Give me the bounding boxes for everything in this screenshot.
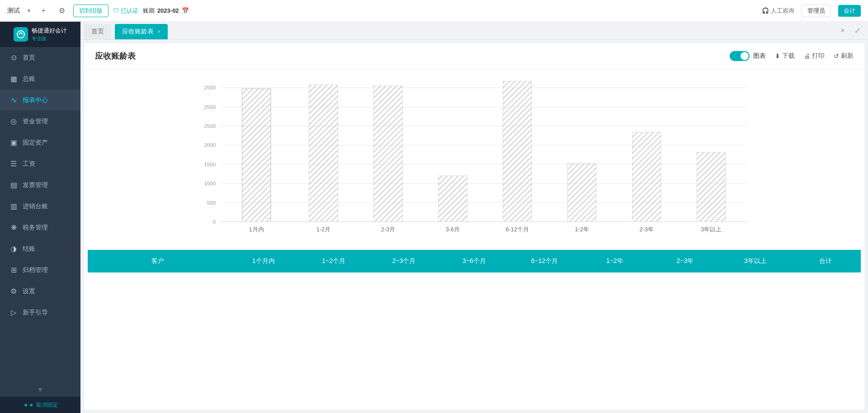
nav-icon: ▥ — [9, 202, 18, 211]
report-container: 应收账龄表 图表 ⬇ 下载 🖨 打印 — [84, 43, 864, 409]
nav-icon: ▷ — [9, 308, 18, 317]
chart-area: 2500 2500 2500 2000 1500 1000 500 0 — [84, 69, 864, 250]
svg-rect-20 — [309, 85, 338, 222]
th-2: 1~2个月 — [298, 250, 368, 272]
manager-btn[interactable]: 管理员 — [802, 5, 831, 17]
sidebar-item-label: 报表中心 — [23, 96, 48, 104]
svg-text:3年以上: 3年以上 — [701, 226, 722, 233]
svg-text:2500: 2500 — [204, 123, 216, 129]
sidebar-item-label: 资金管理 — [23, 117, 48, 126]
logo-text-block: 畅捷通好会计 专业版 — [32, 27, 67, 42]
sidebar-item-label: 新手引导 — [23, 309, 48, 317]
svg-text:1000: 1000 — [204, 180, 216, 186]
expand-tab-btn[interactable]: ⤢ — [852, 25, 863, 36]
svg-text:1月内: 1月内 — [249, 226, 264, 233]
service-btn[interactable]: 🎧 人工咨询 — [762, 7, 794, 15]
table-area: 客户1个月内1~2个月2~3个月3~6个月6~12个月1~2年2~3年3年以上合… — [88, 250, 861, 272]
chart-label: 图表 — [753, 52, 766, 60]
svg-text:3-6月: 3-6月 — [446, 226, 460, 233]
calendar-icon[interactable]: 📅 — [182, 7, 189, 14]
sidebar-item-label: 设置 — [23, 287, 35, 296]
svg-text:500: 500 — [207, 200, 216, 206]
print-btn[interactable]: 🖨 打印 — [804, 52, 825, 60]
header-right: 🎧 人工咨询 管理员 会计 — [762, 5, 861, 17]
cancel-fixed-btn[interactable]: ◄◄ 取消固定 — [0, 397, 80, 413]
scroll-down-indicator[interactable]: ▼ — [0, 383, 80, 397]
nav-icon: ▦ — [9, 75, 18, 83]
svg-rect-25 — [632, 132, 661, 222]
tab-close-icon[interactable]: × — [157, 28, 160, 35]
th-0: 客户 — [88, 250, 228, 272]
svg-rect-23 — [503, 81, 532, 221]
nav-icon: ◑ — [9, 244, 18, 253]
th-7: 2~3年 — [650, 250, 720, 272]
nav-icon: ☰ — [9, 160, 18, 168]
th-8: 3年以上 — [720, 250, 790, 272]
settings-icon[interactable]: ⚙ — [55, 5, 69, 17]
svg-rect-19 — [242, 89, 271, 221]
company-dropdown-icon[interactable]: ▼ — [26, 8, 32, 14]
svg-text:2500: 2500 — [204, 104, 216, 110]
svg-text:1-2年: 1-2年 — [575, 226, 589, 233]
svg-text:2000: 2000 — [204, 142, 216, 148]
tab-home[interactable]: 首页 — [84, 24, 111, 39]
sidebar-item-进销台账[interactable]: ▥ 进销台账 — [0, 196, 80, 217]
svg-text:1-2月: 1-2月 — [316, 226, 330, 233]
main-container: 畅捷通好会计 专业版 ⊙ 首页 ▦ 总账 ∿ 报表中心 ◎ 资金管理 ▣ 固定资… — [0, 22, 868, 413]
chart-toggle[interactable] — [730, 51, 750, 61]
th-1: 1个月内 — [228, 250, 298, 272]
switch-old-btn[interactable]: 切到旧版 — [73, 5, 108, 17]
svg-rect-22 — [439, 176, 467, 222]
table-header: 客户1个月内1~2个月2~3个月3~6个月6~12个月1~2年2~3年3年以上合… — [88, 250, 861, 272]
period-info: 账期 2023-02 📅 — [143, 7, 189, 15]
page-content: 应收账龄表 图表 ⬇ 下载 🖨 打印 — [80, 40, 868, 413]
sidebar-item-发票管理[interactable]: ▤ 发票管理 — [0, 174, 80, 196]
role-btn[interactable]: 会计 — [838, 5, 861, 17]
sidebar-item-税务管理[interactable]: ❋ 税务管理 — [0, 217, 80, 238]
sidebar-logo: 畅捷通好会计 专业版 — [0, 22, 80, 47]
sidebar-item-固定资产[interactable]: ▣ 固定资产 — [0, 132, 80, 153]
th-6: 1~2年 — [580, 250, 650, 272]
download-btn[interactable]: ⬇ 下载 — [775, 52, 795, 60]
sidebar: 畅捷通好会计 专业版 ⊙ 首页 ▦ 总账 ∿ 报表中心 ◎ 资金管理 ▣ 固定资… — [0, 22, 80, 413]
sidebar-item-归档管理[interactable]: ⊞ 归档管理 — [0, 259, 80, 281]
refresh-icon: ↺ — [834, 52, 839, 60]
content-area: 首页 应收账龄表 × × ⤢ 应收账龄表 图表 — [80, 22, 868, 413]
tab-actions: × ⤢ — [837, 25, 863, 36]
report-actions: 图表 ⬇ 下载 🖨 打印 ↺ 刷新 — [730, 51, 854, 61]
th-9: 合计 — [791, 250, 861, 272]
svg-rect-24 — [567, 163, 596, 221]
top-header: 测试 ▼ ＋ ⚙ 切到旧版 🛡 已认证 账期 2023-02 📅 🎧 人工咨询 … — [0, 0, 868, 22]
sidebar-item-设置[interactable]: ⚙ 设置 — [0, 281, 80, 302]
close-tab-btn[interactable]: × — [837, 25, 848, 36]
sidebar-item-label: 工资 — [23, 160, 35, 168]
sidebar-item-label: 发票管理 — [23, 181, 48, 189]
sidebar-item-资金管理[interactable]: ◎ 资金管理 — [0, 111, 80, 132]
sidebar-item-报表中心[interactable]: ∿ 报表中心 — [0, 89, 80, 111]
sidebar-item-总账[interactable]: ▦ 总账 — [0, 68, 80, 89]
tab-accounts-aging[interactable]: 应收账龄表 × — [115, 24, 168, 39]
sidebar-item-label: 总账 — [23, 75, 35, 83]
download-icon: ⬇ — [775, 52, 780, 60]
shield-icon: 🛡 — [113, 7, 119, 14]
th-5: 6~12个月 — [509, 250, 580, 272]
chart-toggle-container: 图表 — [730, 51, 766, 61]
sidebar-nav: ⊙ 首页 ▦ 总账 ∿ 报表中心 ◎ 资金管理 ▣ 固定资产 ☰ 工资 ▤ 发票… — [0, 47, 80, 383]
sidebar-item-新手引导[interactable]: ▷ 新手引导 — [0, 302, 80, 323]
refresh-btn[interactable]: ↺ 刷新 — [834, 52, 854, 60]
print-icon: 🖨 — [804, 52, 810, 60]
nav-icon: ❋ — [9, 223, 18, 232]
header-left: 测试 ▼ ＋ ⚙ 切到旧版 🛡 已认证 账期 2023-02 📅 — [7, 4, 762, 17]
sidebar-item-label: 固定资产 — [23, 139, 48, 147]
sidebar-item-工资[interactable]: ☰ 工资 — [0, 153, 80, 174]
nav-icon: ◎ — [9, 117, 18, 126]
nav-icon: ▤ — [9, 181, 18, 189]
headset-icon: 🎧 — [762, 7, 769, 14]
verified-badge: 🛡 已认证 — [113, 7, 138, 15]
nav-icon: ▣ — [9, 138, 18, 147]
nav-icon: ⚙ — [9, 287, 18, 296]
sidebar-item-首页[interactable]: ⊙ 首页 — [0, 47, 80, 68]
sidebar-item-结账[interactable]: ◑ 结账 — [0, 238, 80, 259]
add-company-icon[interactable]: ＋ — [36, 4, 51, 17]
svg-text:6-12个月: 6-12个月 — [506, 226, 529, 233]
